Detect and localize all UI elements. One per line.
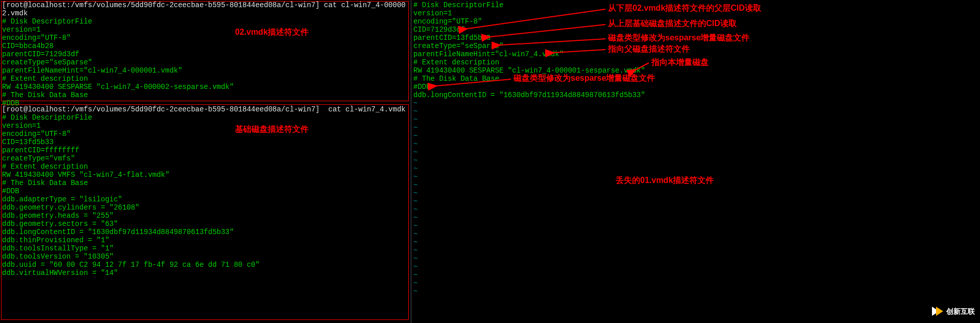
tl: ddb.geometry.sectors = "63" xyxy=(2,220,406,228)
prompt-line-1: [root@localhost:/vmfs/volumes/5dd90fdc-2… xyxy=(2,1,406,9)
tl: ddb.toolsInstallType = "1" xyxy=(2,244,406,252)
tl: encoding="UTF-8" xyxy=(2,34,406,42)
tl: encoding="UTF-8" xyxy=(2,130,406,138)
tl: version=1 xyxy=(2,122,406,130)
anno-lost-01: 丢失的01.vmdk描述符文件 xyxy=(616,176,714,184)
anno-extent: 指向本增量磁盘 xyxy=(651,58,709,66)
tl: ddb.geometry.heads = "255" xyxy=(2,212,406,220)
tl: CID=13fd5b33 xyxy=(2,138,406,146)
tl: ddb.geometry.cylinders = "26108" xyxy=(2,203,406,212)
left-pane: [root@localhost:/vmfs/volumes/5dd90fdc-2… xyxy=(0,0,411,323)
tl: version=1 xyxy=(2,26,406,34)
tl: # Extent description xyxy=(2,75,406,83)
terminal-block-2: [root@localhost:/vmfs/volumes/5dd90fdc-2… xyxy=(2,105,406,277)
right-pane: # Disk DescriptorFile version=1 encoding… xyxy=(411,0,980,323)
vim-tildes: ~~~~~~~~~~~~~~~~~~~~~~~~ xyxy=(413,99,645,295)
tl: ddb.longContentID = "1630dbf97d11934d884… xyxy=(2,228,406,236)
tl: #DDB xyxy=(413,83,645,91)
tl: # Extent description xyxy=(2,163,406,171)
tl: # Disk DescriptorFile xyxy=(2,17,406,26)
logo-icon xyxy=(930,305,943,318)
tl: ddb.adapterType = "lsilogic" xyxy=(2,195,406,203)
tl: #DDB xyxy=(2,187,406,195)
anno-cid: 从下层02.vmdk描述符文件的父层CID读取 xyxy=(608,4,761,12)
prompt-line-1b: 2.vmdk xyxy=(2,9,406,17)
prompt-line-2: [root@localhost:/vmfs/volumes/5dd90fdc-2… xyxy=(2,105,406,113)
tl: ddb.longContentID = "1630dbf97d11934d884… xyxy=(413,91,645,99)
anno-createType: 磁盘类型修改为sesparse增量磁盘文件 xyxy=(608,34,750,42)
tl: createType="seSparse" xyxy=(2,58,406,66)
tl: # Extent description xyxy=(413,58,645,66)
tl: # The Disk Data Base xyxy=(2,91,406,99)
anno-parentcid: 从上层基础磁盘描述文件的CID读取 xyxy=(608,19,737,28)
tl: ddb.uuid = "60 00 C2 94 12 7f 17 fb-4f 9… xyxy=(2,261,406,269)
terminal-block-1: [root@localhost:/vmfs/volumes/5dd90fdc-2… xyxy=(2,1,406,107)
tl: ddb.toolsVersion = "10305" xyxy=(2,252,406,261)
tl: parentCID=7129d3df xyxy=(2,50,406,58)
tl: ddb.virtualHWVersion = "14" xyxy=(2,269,406,277)
tl: # The Disk Data Base xyxy=(2,179,406,187)
label-02-vmdk: 02.vmdk描述符文件 xyxy=(235,28,309,36)
tl: CID=bbca4b28 xyxy=(2,42,406,50)
logo-text: 创新互联 xyxy=(946,307,975,315)
tl: parentCID=ffffffff xyxy=(2,146,406,154)
anno-ddb: 磁盘类型修改为sesparse增量磁盘文件 xyxy=(514,74,655,82)
tl: # Disk DescriptorFile xyxy=(2,113,406,122)
tl: RW 419430400 VMFS "cl-win7_4-flat.vmdk" xyxy=(2,171,406,179)
logo-block: 创新互联 xyxy=(930,305,975,318)
tl: RW 419430400 SESPARSE "cl-win7_4-000002-… xyxy=(2,83,406,91)
tl: parentFileNameHint="cl-win7_4-000001.vmd… xyxy=(2,66,406,75)
label-base-vmdk: 基础磁盘描述符文件 xyxy=(235,125,309,133)
tl: createType="vmfs" xyxy=(2,154,406,163)
anno-parentHint: 指向父磁盘描述符文件 xyxy=(608,45,690,53)
tl: ddb.thinProvisioned = "1" xyxy=(2,236,406,244)
